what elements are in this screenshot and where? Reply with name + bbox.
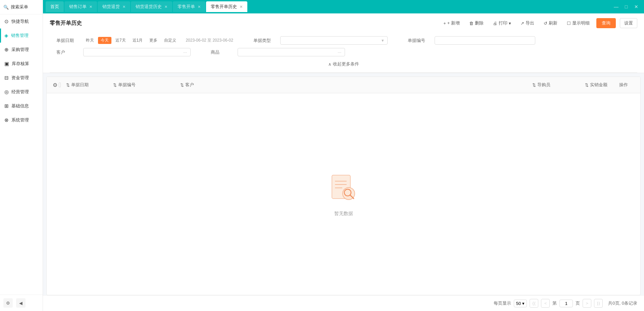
tab-close-sales-return-history[interactable]: ✕ (164, 5, 167, 9)
filter-area: 单据日期 昨天今天近7天近1月更多自定义 2023-06-02 至 2023-0… (50, 32, 637, 73)
last-page-btn[interactable]: ⟩⟩ (594, 299, 603, 308)
customer-select[interactable]: ··· (83, 48, 191, 56)
delete-icon: 🗑 (469, 21, 474, 26)
tab-sales-order[interactable]: 销售订单✕ (64, 1, 97, 12)
print-btn[interactable]: 🖨 打印 ▾ (490, 19, 514, 28)
tab-close-sales-return[interactable]: ✕ (122, 5, 126, 9)
collapse-btn[interactable]: ∧ 收起更多条件 (328, 61, 359, 67)
sidebar-icon-basic-info: ⊞ (4, 103, 9, 109)
sidebar-menu: ⊙快捷导航◈销售管理⊕采购管理▣库存核算⊟资金管理◎经营管理⊞基础信息⊗系统管理 (0, 14, 43, 295)
minimize-btn[interactable]: — (612, 3, 620, 10)
sidebar-item-sales-mgmt[interactable]: ◈销售管理 (0, 29, 43, 43)
tab-label-retail-open-history: 零售开单历史 (211, 4, 237, 10)
th-amount[interactable]: ⇅ 实销金额 (570, 79, 610, 91)
sort-icon-num: ⇅ (113, 83, 117, 88)
sidebar-label-operations: 经营管理 (11, 89, 29, 95)
sidebar-item-quick-nav[interactable]: ⊙快捷导航 (0, 14, 43, 29)
refresh-btn[interactable]: ↺ 刷新 (541, 19, 560, 28)
th-num[interactable]: ⇅ 单据编号 (110, 79, 178, 91)
goods-label: 商品 (211, 49, 231, 55)
doc-num-input[interactable] (435, 36, 535, 45)
date-btn-custom[interactable]: 自定义 (161, 37, 179, 44)
sidebar-footer: ⚙ ◀ (0, 295, 43, 311)
tab-retail-open-history[interactable]: 零售开单历史✕ (206, 1, 247, 12)
date-filter-label: 单据日期 (56, 38, 77, 44)
sidebar-label-inventory: 库存核算 (12, 61, 29, 67)
customer-ellipsis-icon[interactable]: ··· (183, 50, 187, 55)
select-all-checkbox[interactable] (59, 83, 61, 87)
collapse-label: 收起更多条件 (333, 61, 359, 67)
sidebar-icon-inventory: ▣ (4, 61, 9, 67)
sidebar-item-sys-mgmt[interactable]: ⊗系统管理 (0, 113, 43, 127)
prev-page-btn[interactable]: ＜ (541, 299, 550, 308)
date-btns-group: 昨天今天近7天近1月更多自定义 (83, 37, 179, 44)
empty-text: 暂无数据 (334, 211, 353, 217)
sidebar-item-operations[interactable]: ◎经营管理 (0, 85, 43, 99)
goods-select[interactable]: ··· (238, 48, 345, 56)
page-title-row: 零售开单历史 + + 新增 🗑 删除 🖨 打印 ▾ (50, 18, 637, 28)
sidebar-icon-finance: ⊟ (4, 75, 9, 81)
page-number-input[interactable] (559, 300, 573, 307)
export-btn[interactable]: ↗ 导出 (518, 19, 537, 28)
sidebar-item-inventory[interactable]: ▣库存核算 (0, 57, 43, 71)
th-customer[interactable]: ⇅ 客户 (178, 79, 530, 91)
date-btn-yesterday[interactable]: 昨天 (83, 37, 97, 44)
date-btn-today[interactable]: 今天 (98, 37, 111, 44)
close-btn[interactable]: ✕ (633, 3, 640, 10)
th-customer-label: 客户 (185, 82, 194, 88)
first-page-btn[interactable]: ⟨⟨ (530, 299, 538, 308)
add-btn[interactable]: + + 新增 (441, 19, 462, 28)
date-btn-more[interactable]: 更多 (147, 37, 160, 44)
export-icon: ↗ (521, 21, 524, 26)
tab-retail-open[interactable]: 零售开单✕ (173, 1, 205, 12)
date-range-display: 2023-06-02 至 2023-06-02 (186, 38, 233, 43)
tab-close-sales-order[interactable]: ✕ (89, 5, 92, 9)
doc-type-select[interactable]: ▾ (280, 36, 388, 45)
tab-home[interactable]: 首页 (46, 1, 64, 12)
add-label: + 新增 (447, 20, 460, 26)
content-area: 零售开单历史 + + 新增 🗑 删除 🖨 打印 ▾ (43, 13, 644, 311)
th-guide[interactable]: ⇅ 导购员 (530, 79, 570, 91)
doc-num-label: 单据编号 (408, 38, 428, 44)
window-controls: — □ ✕ (612, 3, 641, 10)
table-container: ⚙ ⇅ 单据日期 ⇅ 单据编号 ⇅ 客户 ⇅ 导购员 (46, 76, 641, 295)
doc-type-label: 单据类型 (253, 38, 274, 44)
query-btn[interactable]: 查询 (596, 18, 616, 28)
th-date[interactable]: ⇅ 单据日期 (63, 79, 110, 91)
th-amount-label: 实销金额 (590, 82, 607, 88)
sidebar-item-basic-info[interactable]: ⊞基础信息 (0, 99, 43, 113)
collapse-sidebar-btn[interactable]: ◀ (16, 298, 26, 308)
sidebar-item-purchase-mgmt[interactable]: ⊕采购管理 (0, 43, 43, 57)
search-icon: 🔍 (3, 5, 9, 10)
page-header: 零售开单历史 + + 新增 🗑 删除 🖨 打印 ▾ (43, 13, 644, 73)
display-detail-btn[interactable]: ☐ 显示明细 (564, 19, 592, 28)
doc-type-chevron-icon: ▾ (382, 38, 384, 43)
sidebar-item-finance[interactable]: ⊟资金管理 (0, 71, 43, 85)
tab-close-retail-open[interactable]: ✕ (198, 5, 201, 9)
delete-btn[interactable]: 🗑 删除 (466, 19, 486, 28)
th-date-label: 单据日期 (71, 82, 89, 88)
empty-icon (327, 172, 360, 205)
tab-label-sales-return-history: 销货退货历史 (136, 4, 162, 10)
customer-label: 客户 (56, 49, 77, 55)
maximize-btn[interactable]: □ (623, 3, 630, 10)
settings-btn[interactable]: 设置 (620, 18, 637, 28)
tab-bar: 首页销售订单✕销货退货✕销货退货历史✕零售开单✕零售开单历史✕ — □ ✕ (43, 0, 644, 13)
th-guide-label: 导购员 (537, 82, 550, 88)
date-btn-7days[interactable]: 近7天 (113, 37, 129, 44)
print-chevron-icon: ▾ (509, 21, 511, 26)
date-btn-1month[interactable]: 近1月 (130, 37, 146, 44)
pagination-bar: 每页显示 50 ▾ ⟨⟨ ＜ 第 页 ＞ ⟩⟩ 共0页, 0条记录 (43, 295, 644, 311)
sort-icon-guide: ⇅ (532, 83, 536, 88)
sidebar-search[interactable]: 🔍 搜索采单 (0, 0, 43, 14)
next-page-btn[interactable]: ＞ (583, 299, 591, 308)
table-settings-icon[interactable]: ⚙ (53, 80, 57, 90)
refresh-icon: ↺ (544, 21, 547, 26)
sort-icon-customer: ⇅ (180, 83, 184, 88)
goods-ellipsis-icon[interactable]: ··· (338, 50, 341, 55)
tab-close-retail-open-history[interactable]: ✕ (240, 5, 243, 9)
tab-sales-return[interactable]: 销货退货✕ (98, 1, 130, 12)
tab-sales-return-history[interactable]: 销货退货历史✕ (131, 1, 172, 12)
settings-footer-btn[interactable]: ⚙ (3, 298, 13, 308)
page-size-select[interactable]: 50 ▾ (514, 300, 527, 307)
